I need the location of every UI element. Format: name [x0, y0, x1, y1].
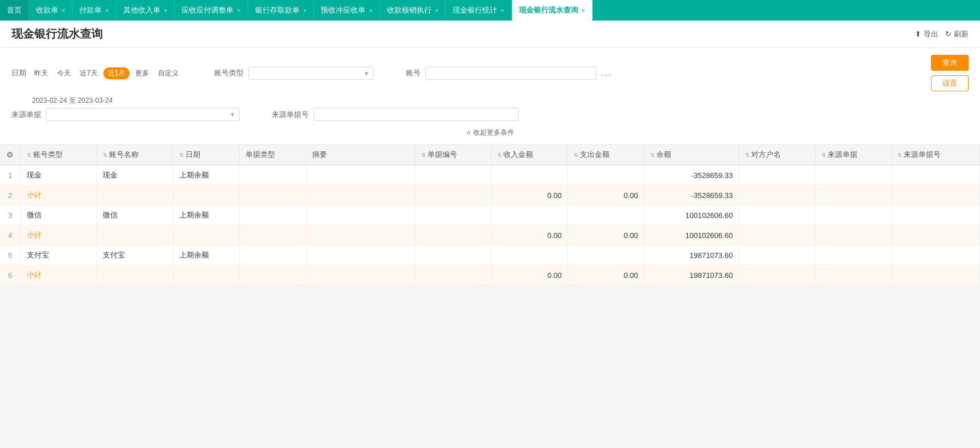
table-cell: 4 — [0, 225, 21, 245]
account-filter-group: 账号 ... — [406, 67, 612, 80]
nav-tab-advance[interactable]: 预收冲应收单 × — [314, 0, 380, 21]
col-balance[interactable]: ⇅余额 — [644, 145, 739, 165]
col-account-name[interactable]: ⇅账号名称 — [97, 145, 174, 165]
table-cell: 100102606.60 — [644, 205, 739, 225]
table-cell: 3 — [0, 205, 21, 225]
table-cell — [240, 165, 306, 185]
table-cell — [815, 225, 892, 245]
col-expense[interactable]: ⇅支出金额 — [568, 145, 644, 165]
table-cell — [240, 185, 306, 205]
nav-tab-cash-stat[interactable]: 现金银行统计 × — [446, 0, 511, 21]
col-income[interactable]: ⇅收入金额 — [491, 145, 568, 165]
date-label: 日期 — [11, 68, 26, 78]
col-source-doc[interactable]: ⇅来源单据 — [815, 145, 892, 165]
close-icon[interactable]: × — [501, 7, 504, 14]
nav-tab-adjust[interactable]: 应收应付调整单 × — [175, 0, 248, 21]
close-icon[interactable]: × — [369, 7, 372, 14]
table-cell: 现金 — [21, 165, 97, 185]
nav-tab-other-income[interactable]: 其他收入单 × — [116, 0, 175, 21]
table-cell: 6 — [0, 265, 21, 285]
table-cell: 现金 — [97, 165, 174, 185]
close-icon[interactable]: × — [582, 7, 585, 14]
table-cell — [892, 245, 980, 265]
source-doc-select[interactable]: ▾ — [46, 108, 240, 121]
sort-icon: ⇅ — [179, 152, 184, 158]
nav-tab-cash-flow[interactable]: 现金银行流水查询 × — [512, 0, 592, 21]
table-cell: 19871073.60 — [644, 245, 739, 265]
table-cell — [815, 245, 892, 265]
table-cell — [892, 225, 980, 245]
table-cell — [306, 245, 415, 265]
chevron-down-icon: ▾ — [365, 69, 369, 78]
settings-button[interactable]: 设置 — [931, 75, 969, 91]
export-button[interactable]: ⬆ 导出 — [915, 29, 938, 39]
table-cell: 0.00 — [568, 265, 644, 285]
close-icon[interactable]: × — [62, 7, 65, 14]
table-cell — [240, 205, 306, 225]
query-button[interactable]: 查询 — [931, 55, 969, 71]
table-cell — [568, 205, 644, 225]
source-doc-no-label: 来源单据号 — [272, 110, 309, 120]
date-range-display: 2023-02-24 至 2023-03-24 — [32, 96, 969, 106]
collapse-bar[interactable]: ∧ 收起更多条件 — [11, 126, 969, 140]
page-title: 现金银行流水查询 — [11, 26, 103, 42]
date-opt-1month[interactable]: 近1月 — [103, 67, 130, 79]
date-filter-group: 日期 昨天 今天 近7天 近1月 更多 自定义 — [11, 67, 182, 79]
table-cell — [306, 185, 415, 205]
gear-icon[interactable]: ⚙ — [6, 150, 14, 159]
account-input[interactable] — [425, 67, 596, 80]
col-settings[interactable]: ⚙ — [0, 145, 21, 165]
nav-tab-bank-deposit[interactable]: 银行存取款单 × — [248, 0, 314, 21]
export-icon: ⬆ — [915, 30, 921, 38]
date-opt-yesterday[interactable]: 昨天 — [31, 67, 51, 79]
close-icon[interactable]: × — [164, 7, 167, 14]
account-type-filter-group: 账号类型 ▾ — [214, 67, 374, 80]
close-icon[interactable]: × — [303, 7, 306, 14]
refresh-button[interactable]: ↻ 刷新 — [945, 29, 969, 39]
table-cell: -3528659.33 — [644, 185, 739, 205]
source-doc-no-input[interactable] — [313, 108, 519, 121]
account-type-select[interactable]: ▾ — [248, 67, 374, 80]
table-cell: 0.00 — [568, 225, 644, 245]
close-icon[interactable]: × — [105, 7, 108, 14]
table-row: 5支付宝支付宝上期余额19871073.60 — [0, 245, 980, 265]
table-cell — [815, 205, 892, 225]
table-cell: 19871073.60 — [644, 265, 739, 285]
nav-tab-writeoff[interactable]: 收款核销执行 × — [380, 0, 446, 21]
close-icon[interactable]: × — [435, 7, 438, 14]
table-cell: 上期余额 — [174, 165, 240, 185]
table-cell: 2 — [0, 185, 21, 205]
table-cell — [415, 205, 491, 225]
table-cell — [306, 225, 415, 245]
nav-tab-home[interactable]: 首页 — [0, 0, 29, 21]
chevron-down-icon: ▾ — [231, 110, 235, 119]
date-opt-custom[interactable]: 自定义 — [155, 67, 182, 79]
table-row: 1现金现金上期余额-3528659.33 — [0, 165, 980, 185]
date-opt-7days[interactable]: 近7天 — [76, 67, 101, 79]
table-cell — [739, 185, 815, 205]
close-icon[interactable]: × — [237, 7, 240, 14]
col-account-type[interactable]: ⇅账号类型 — [21, 145, 97, 165]
table-cell — [739, 245, 815, 265]
table-cell — [491, 245, 568, 265]
filter-row-2: 来源单据 ▾ 来源单据号 — [11, 108, 969, 121]
sort-icon: ⇅ — [897, 152, 902, 158]
date-opt-more[interactable]: 更多 — [132, 67, 152, 79]
table-cell — [97, 265, 174, 285]
col-summary: 摘要 — [306, 145, 415, 165]
col-doc-type: 单据类型 — [240, 145, 306, 165]
table-cell — [892, 205, 980, 225]
date-options: 昨天 今天 近7天 近1月 更多 自定义 — [31, 67, 182, 79]
col-source-doc-no[interactable]: ⇅来源单据号 — [892, 145, 980, 165]
col-date[interactable]: ⇅日期 — [174, 145, 240, 165]
account-dots-button[interactable]: ... — [601, 68, 612, 78]
nav-tab-payment[interactable]: 付款单 × — [72, 0, 116, 21]
table-cell — [815, 265, 892, 285]
nav-tab-receipt[interactable]: 收款单 × — [29, 0, 72, 21]
source-doc-label: 来源单据 — [11, 110, 41, 120]
col-counterparty[interactable]: ⇅对方户名 — [739, 145, 815, 165]
table-cell — [174, 185, 240, 205]
refresh-icon: ↻ — [945, 30, 951, 38]
col-doc-no[interactable]: ⇅单据编号 — [415, 145, 491, 165]
date-opt-today[interactable]: 今天 — [54, 67, 74, 79]
